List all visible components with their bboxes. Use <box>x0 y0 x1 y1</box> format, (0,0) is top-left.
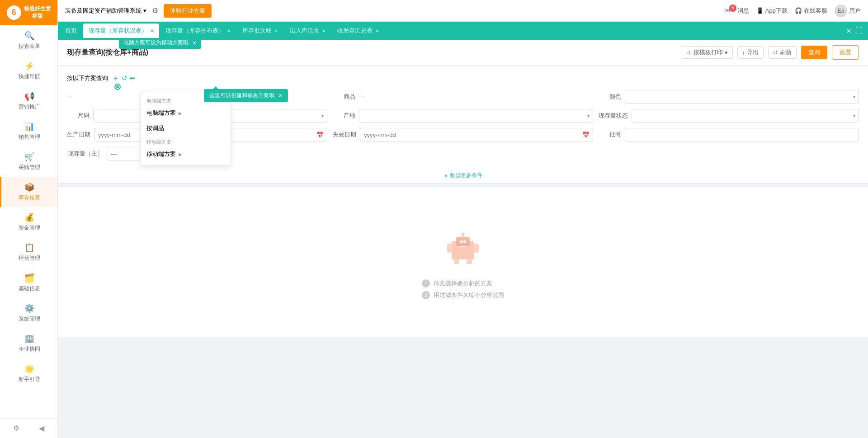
expire-date-input[interactable] <box>360 128 593 141</box>
system-name-dropdown[interactable]: 装备及固定资产辅助管理系统 ▾ <box>65 7 146 15</box>
tab-home[interactable]: 首页 <box>60 27 82 35</box>
query-btn[interactable]: 查询 <box>801 46 827 59</box>
origin-label: 产地 <box>333 112 355 120</box>
svg-rect-10 <box>467 259 472 264</box>
scheme-group-mobile-label: 移动端方案 <box>141 136 231 146</box>
tab-batch-ledger[interactable]: 库存批次账 ✕ <box>237 24 283 38</box>
svg-rect-8 <box>474 244 479 253</box>
filter-add-btn[interactable]: ＋ <box>112 73 120 84</box>
warehouse-dots[interactable]: ··· <box>67 93 73 101</box>
sidebar-item-label: 资金管理 <box>19 224 40 232</box>
sidebar-item-purchase[interactable]: 🛒 采购管理 <box>0 146 57 177</box>
tooltip1-close[interactable]: ✕ <box>192 40 197 46</box>
user-menu[interactable]: Ea 用户 <box>835 5 861 17</box>
color-label: 颜色 <box>599 93 621 101</box>
color-select-wrapper: ▾ <box>625 90 859 104</box>
sidebar-item-sales[interactable]: 📊 销售管理 <box>0 116 57 146</box>
sidebar-item-label: 营销推广 <box>19 103 40 111</box>
logo-line1: 畅通好生意 <box>24 5 51 13</box>
sidebar: 6 畅通好生意 标版 🔍 搜索菜单 ⚡ 快捷导航 📢 营销推广 📊 销售管理 🛒… <box>0 0 58 438</box>
sidebar-item-operations[interactable]: 📋 经营管理 <box>0 237 57 268</box>
inv-status-select[interactable] <box>632 109 859 122</box>
sidebar-item-label: 库存核算 <box>19 194 40 202</box>
scheme-item-label: 电脑端方案 <box>146 109 176 117</box>
tab-inventory-status[interactable]: 现存量（库存状况表） ✕ <box>83 24 159 38</box>
filter-field-inv-status: 现存量状态 ▾ <box>599 109 859 122</box>
scheme-item-pc[interactable]: 电脑端方案 ▶ <box>141 105 231 121</box>
tab-label: 出入库流水 <box>290 27 319 35</box>
tab-expand-btn[interactable]: ⛶ <box>855 27 863 35</box>
empty-illustration <box>440 223 486 268</box>
svg-rect-7 <box>447 244 452 253</box>
sidebar-item-search[interactable]: 🔍 搜索菜单 <box>0 25 57 56</box>
produce-date-label: 生产日期 <box>67 131 90 139</box>
tip-text-2: 用过滤条件来缩小分析范围 <box>434 289 504 301</box>
print-btn[interactable]: 🖨 按模板打印 ▾ <box>681 46 733 59</box>
sidebar-item-marketing[interactable]: 📢 营销推广 <box>0 86 57 116</box>
scheme-item-mobile[interactable]: 移动端方案 ▶ <box>141 146 231 162</box>
marketing-icon: 📢 <box>24 91 34 101</box>
notification-badge: 6 <box>729 5 736 12</box>
filter-field-origin: 产地 ▾ <box>333 109 593 122</box>
sidebar-item-enterprise[interactable]: 🏢 企业协同 <box>0 328 57 358</box>
tab-inventory-dist[interactable]: 现存量（库存分布表） ✕ <box>160 24 236 38</box>
tab-close-all-btn[interactable]: ✕ <box>846 27 852 35</box>
sidebar-item-label: 销售管理 <box>19 133 40 141</box>
notification-btn[interactable]: ✉ 6 消息 <box>725 7 749 15</box>
filter-field-expire-date: 失效日期 📅 <box>333 128 593 141</box>
quicknav-icon: ⚡ <box>24 61 34 71</box>
empty-tips: 1 请先选择要分析的方案 2 用过滤条件来缩小分析范围 <box>422 278 504 301</box>
refresh-btn[interactable]: ↺ 刷新 <box>768 46 797 59</box>
expire-date-cal-icon[interactable]: 📅 <box>582 132 590 138</box>
tab-inout-flow[interactable]: 出入库流水 ✕ <box>284 24 331 38</box>
headset-icon: 🎧 <box>795 7 802 14</box>
app-download-btn[interactable]: 📱 App下载 <box>756 7 788 15</box>
header-settings-btn[interactable]: ⚙ <box>152 6 158 15</box>
scheme-item-label: 按调品 <box>146 124 164 132</box>
color-select[interactable] <box>625 90 859 104</box>
filter-field-batch: 批号 <box>599 128 859 141</box>
origin-select[interactable] <box>359 109 593 122</box>
tab-close-batch-ledger[interactable]: ✕ <box>274 28 278 33</box>
tab-close-inventory-dist[interactable]: ✕ <box>227 28 231 33</box>
tab-label: 现存量（库存分布表） <box>165 27 224 35</box>
tab-close-collect-summary[interactable]: ✕ <box>375 28 379 33</box>
sidebar-item-guide[interactable]: 🌟 新手引导 <box>0 358 57 389</box>
print-dropdown-icon: ▾ <box>725 49 728 56</box>
sidebar-collapse-btn[interactable]: ◀ <box>39 424 44 433</box>
batch-input[interactable] <box>625 128 859 141</box>
product-dots[interactable]: ··· <box>359 93 365 101</box>
svg-rect-3 <box>463 240 466 243</box>
produce-date-cal-icon[interactable]: 📅 <box>316 132 324 138</box>
sidebar-item-label: 企业协同 <box>19 345 40 353</box>
tab-collect-summary[interactable]: 收发存汇总表 ✕ <box>332 24 384 38</box>
online-support-btn[interactable]: 🎧 在线客服 <box>795 7 827 15</box>
tab-label: 收发存汇总表 <box>337 27 373 35</box>
tab-close-inventory-status[interactable]: ✕ <box>150 28 154 33</box>
sidebar-item-inventory[interactable]: 📦 库存核算 <box>0 177 57 207</box>
filter-refresh-btn[interactable]: ↺ <box>122 74 127 82</box>
scheme-item-product[interactable]: 按调品 <box>141 121 231 136</box>
main-content: 装备及固定资产辅助管理系统 ▾ ⚙ 体验行业方案 ✉ 6 消息 📱 App下载 … <box>58 0 868 438</box>
svg-rect-2 <box>460 240 462 243</box>
sidebar-item-finance[interactable]: 💰 资金管理 <box>0 207 57 237</box>
sidebar-item-system[interactable]: ⚙️ 系统管理 <box>0 298 57 328</box>
expire-date-label: 失效日期 <box>333 131 356 139</box>
tooltip2-text: 这里可以创建和修改方案哦 <box>209 92 274 99</box>
sidebar-item-basic[interactable]: 🗂️ 基础信息 <box>0 268 57 298</box>
export-btn[interactable]: ↑ 导出 <box>737 46 764 59</box>
reset-btn[interactable]: 设置 <box>832 45 859 60</box>
tooltip2-close[interactable]: ✕ <box>278 93 283 99</box>
refresh-label: 刷新 <box>780 48 792 57</box>
industry-btn[interactable]: 体验行业方案 <box>164 4 212 18</box>
filter-back-btn[interactable]: ⬅ <box>129 74 135 82</box>
sidebar-item-label: 基础信息 <box>19 285 40 292</box>
sidebar-settings-btn[interactable]: ⚙ <box>13 424 19 433</box>
guide-icon: 🌟 <box>24 364 34 374</box>
tab-close-inout-flow[interactable]: ✕ <box>322 28 326 33</box>
collapse-bar[interactable]: ∧ 收起更多条件 <box>58 168 868 184</box>
finance-icon: 💰 <box>24 212 34 222</box>
sidebar-item-quicknav[interactable]: ⚡ 快捷导航 <box>0 56 57 86</box>
empty-state: 1 请先选择要分析的方案 2 用过滤条件来缩小分析范围 <box>58 187 868 337</box>
dropdown-icon: ▾ <box>143 7 146 14</box>
